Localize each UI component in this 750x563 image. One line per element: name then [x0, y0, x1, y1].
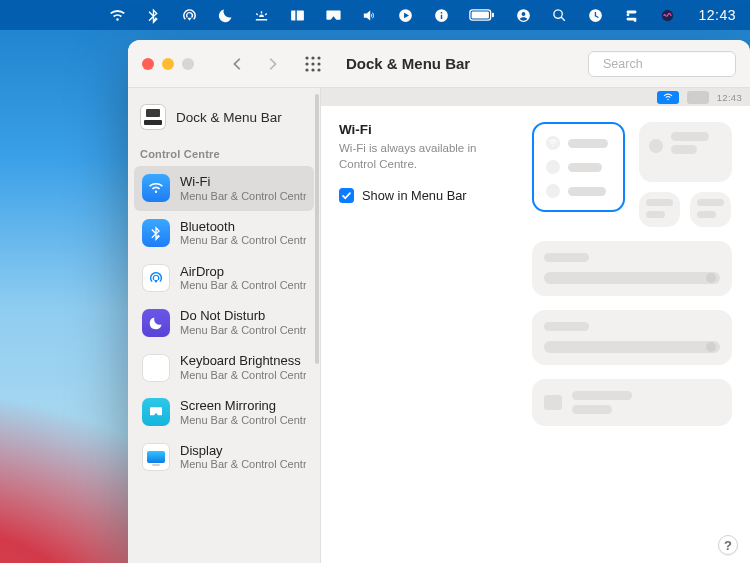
sidebar-item-dnd[interactable]: Do Not Disturb Menu Bar & Control Centre [134, 300, 314, 345]
search-input[interactable] [603, 57, 750, 71]
volume-icon[interactable] [360, 6, 378, 24]
clock-icon[interactable] [586, 6, 604, 24]
control-centre-icon[interactable] [622, 6, 640, 24]
show-all-grid-button[interactable] [302, 53, 324, 75]
preview-wifi-chip [657, 91, 679, 104]
info-icon[interactable] [432, 6, 450, 24]
sidebar-item-sublabel: Menu Bar & Control Centre [180, 458, 306, 471]
show-in-menubar-row[interactable]: Show in Menu Bar [339, 188, 512, 203]
help-button[interactable]: ? [718, 535, 738, 555]
battery-icon[interactable] [468, 6, 496, 24]
screen-mirroring-icon[interactable] [324, 6, 342, 24]
sidebar-item-label: Keyboard Brightness [180, 353, 306, 369]
sidebar-header-label: Dock & Menu Bar [176, 110, 282, 125]
album-art-placeholder [544, 395, 562, 410]
preview-tile [639, 192, 680, 227]
sidebar-item-sublabel: Menu Bar & Control Centre [180, 279, 306, 292]
keyboard-brightness-icon[interactable] [252, 6, 270, 24]
keyboard-brightness-icon [142, 354, 170, 382]
system-preferences-window: Dock & Menu Bar Dock & Menu Bar Control … [128, 40, 750, 563]
content-pane: 12:43 Wi-Fi Wi-Fi is always available in… [321, 88, 750, 563]
sidebar-item-sublabel: Menu Bar & Control Centre [180, 190, 306, 203]
sidebar-group-title: Control Centre [134, 144, 314, 166]
sidebar-item-label: Screen Mirroring [180, 398, 306, 414]
sidebar-item-bluetooth[interactable]: Bluetooth Menu Bar & Control Centre [134, 211, 314, 256]
sidebar-item-dock-menubar[interactable]: Dock & Menu Bar [134, 94, 314, 144]
svg-point-6 [317, 56, 320, 59]
preview-menubar-strip: 12:43 [321, 88, 750, 106]
user-icon[interactable] [514, 6, 532, 24]
setting-heading: Wi-Fi [339, 122, 512, 137]
svg-point-12 [317, 68, 320, 71]
bluetooth-icon [142, 219, 170, 247]
sidebar: Dock & Menu Bar Control Centre Wi-Fi Men… [128, 88, 321, 563]
search-field[interactable] [588, 51, 736, 77]
svg-rect-1 [472, 12, 489, 19]
svg-rect-2 [492, 13, 494, 17]
svg-point-9 [317, 62, 320, 65]
system-menu-bar: 12:43 [0, 0, 750, 30]
stage-manager-icon[interactable] [288, 6, 306, 24]
moon-icon [142, 309, 170, 337]
svg-point-8 [311, 62, 314, 65]
wifi-dot-icon [546, 136, 560, 150]
svg-point-10 [305, 68, 308, 71]
back-button[interactable] [226, 52, 250, 76]
preview-grey-chip [687, 91, 709, 104]
minimize-button[interactable] [162, 58, 174, 70]
close-button[interactable] [142, 58, 154, 70]
airdrop-icon [142, 264, 170, 292]
sidebar-item-sublabel: Menu Bar & Control Centre [180, 324, 306, 337]
play-icon[interactable] [396, 6, 414, 24]
sidebar-item-label: Wi-Fi [180, 174, 306, 190]
sidebar-item-sublabel: Menu Bar & Control Centre [180, 369, 306, 382]
svg-point-5 [311, 56, 314, 59]
preview-slider-tile [532, 310, 732, 365]
window-title: Dock & Menu Bar [346, 55, 470, 72]
preview-tile [690, 192, 731, 227]
dock-menubar-icon [140, 104, 166, 130]
maximize-button[interactable] [182, 58, 194, 70]
siri-icon[interactable] [658, 6, 676, 24]
moon-icon[interactable] [216, 6, 234, 24]
sidebar-item-sublabel: Menu Bar & Control Centre [180, 234, 306, 247]
airdrop-icon[interactable] [180, 6, 198, 24]
svg-point-7 [305, 62, 308, 65]
preview-tile [639, 122, 732, 182]
control-centre-preview [532, 122, 732, 545]
sidebar-item-label: AirDrop [180, 264, 306, 280]
preview-tile-highlighted [532, 122, 625, 212]
preview-media-tile [532, 379, 732, 426]
menu-bar-clock[interactable]: 12:43 [698, 7, 736, 23]
preview-slider-tile [532, 241, 732, 296]
spotlight-icon[interactable] [550, 6, 568, 24]
screen-mirroring-icon [142, 398, 170, 426]
sidebar-item-airdrop[interactable]: AirDrop Menu Bar & Control Centre [134, 256, 314, 301]
setting-description: Wi-Fi is always available in Control Cen… [339, 141, 512, 172]
show-in-menubar-checkbox[interactable] [339, 188, 354, 203]
wifi-icon[interactable] [108, 6, 126, 24]
bluetooth-icon[interactable] [144, 6, 162, 24]
sidebar-item-label: Bluetooth [180, 219, 306, 235]
svg-point-11 [311, 68, 314, 71]
sidebar-item-wifi[interactable]: Wi-Fi Menu Bar & Control Centre [134, 166, 314, 211]
sidebar-item-label: Do Not Disturb [180, 308, 306, 324]
window-titlebar: Dock & Menu Bar [128, 40, 750, 88]
sidebar-item-kb-brightness[interactable]: Keyboard Brightness Menu Bar & Control C… [134, 345, 314, 390]
wifi-icon [142, 174, 170, 202]
sidebar-item-screen-mirroring[interactable]: Screen Mirroring Menu Bar & Control Cent… [134, 390, 314, 435]
traffic-lights [142, 58, 194, 70]
show-in-menubar-label: Show in Menu Bar [362, 188, 467, 203]
forward-button[interactable] [260, 52, 284, 76]
sidebar-item-sublabel: Menu Bar & Control Centre [180, 414, 306, 427]
preview-strip-time: 12:43 [717, 92, 742, 103]
sidebar-item-display[interactable]: Display Menu Bar & Control Centre [134, 435, 314, 480]
svg-point-4 [305, 56, 308, 59]
sidebar-item-label: Display [180, 443, 306, 459]
display-icon [142, 443, 170, 471]
